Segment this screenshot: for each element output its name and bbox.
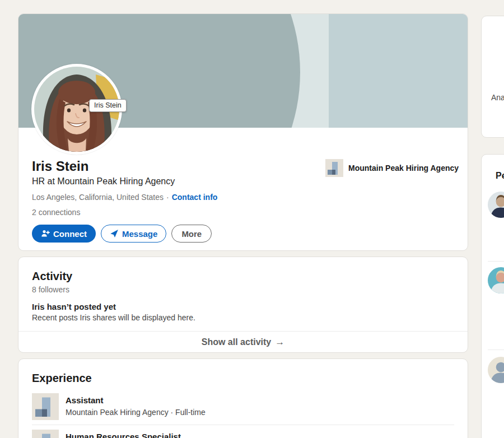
sidebar-divider [488,261,504,262]
contact-info-link[interactable]: Contact info [172,193,218,202]
current-company-link[interactable]: Mountain Peak Hiring Agency [325,159,459,177]
suggested-profile-avatar[interactable] [488,192,504,218]
profile-location-row: Los Angeles, California, United States·C… [32,192,318,202]
profile-actions: Connect Message More [32,225,318,243]
activity-title: Activity [32,269,454,283]
company-name-label: Mountain Peak Hiring Agency [348,164,459,173]
experience-list: Assistant Mountain Peak Hiring Agency · … [32,393,454,438]
profile-page: Iris Stein Iris Stein HR at Mountain Pea… [0,0,504,438]
suggested-profile-avatar[interactable] [488,357,504,383]
main-column: Iris Stein Iris Stein HR at Mountain Pea… [18,13,468,438]
profile-info: Iris Stein HR at Mountain Peak Hiring Ag… [32,159,318,243]
show-all-activity-label: Show all activity [202,337,271,347]
activity-empty-subtitle: Recent posts Iris shares will be display… [32,313,454,323]
banner-right-panel [329,14,468,128]
experience-company-logo-icon [32,430,59,438]
sidebar-top-card-text: Ana [491,93,504,102]
experience-divider [32,425,454,425]
activity-empty-title: Iris hasn’t posted yet [32,301,454,313]
people-also-viewed-card: Pe [481,154,504,438]
experience-item-text: Human Resources Specialist [66,430,181,438]
connections-link[interactable]: 2 connections [32,207,318,217]
arrow-right-icon: → [275,337,284,348]
experience-company-logo-icon [32,393,59,420]
profile-name: Iris Stein [32,159,318,174]
activity-card: Activity 8 followers Iris hasn’t posted … [18,257,468,353]
company-logo-icon [325,159,343,177]
experience-item-text: Assistant Mountain Peak Hiring Agency · … [66,393,206,418]
person-add-icon [41,229,50,238]
experience-item-subtitle: Mountain Peak Hiring Agency · Full-time [66,407,206,418]
people-also-viewed-title: Pe [496,171,504,181]
experience-item[interactable]: Assistant Mountain Peak Hiring Agency · … [32,393,454,420]
profile-headline: HR at Mountain Peak Hiring Agency [32,176,318,187]
experience-item-title: Assistant [66,395,206,406]
profile-name-tooltip: Iris Stein [89,99,127,112]
experience-item-title: Human Resources Specialist [66,431,181,438]
message-button[interactable]: Message [101,225,166,243]
activity-followers: 8 followers [32,285,454,295]
send-icon [110,229,119,238]
message-button-label: Message [122,229,157,239]
experience-item[interactable]: Human Resources Specialist [32,430,454,438]
location-separator: · [166,193,169,202]
more-button[interactable]: More [171,225,212,243]
connect-button[interactable]: Connect [32,225,96,243]
profile-card: Iris Stein Iris Stein HR at Mountain Pea… [18,13,468,251]
more-button-label: More [181,229,202,239]
experience-title: Experience [32,371,454,385]
suggested-profile-avatar[interactable] [488,267,504,293]
sidebar-top-card: Ana [481,16,504,138]
experience-card: Experience Assistant Mountain Peak Hirin [18,358,468,438]
show-all-activity-button[interactable]: Show all activity → [18,332,468,352]
connect-button-label: Connect [53,229,87,239]
location-text: Los Angeles, California, United States [32,193,164,202]
sidebar-divider [488,350,504,350]
